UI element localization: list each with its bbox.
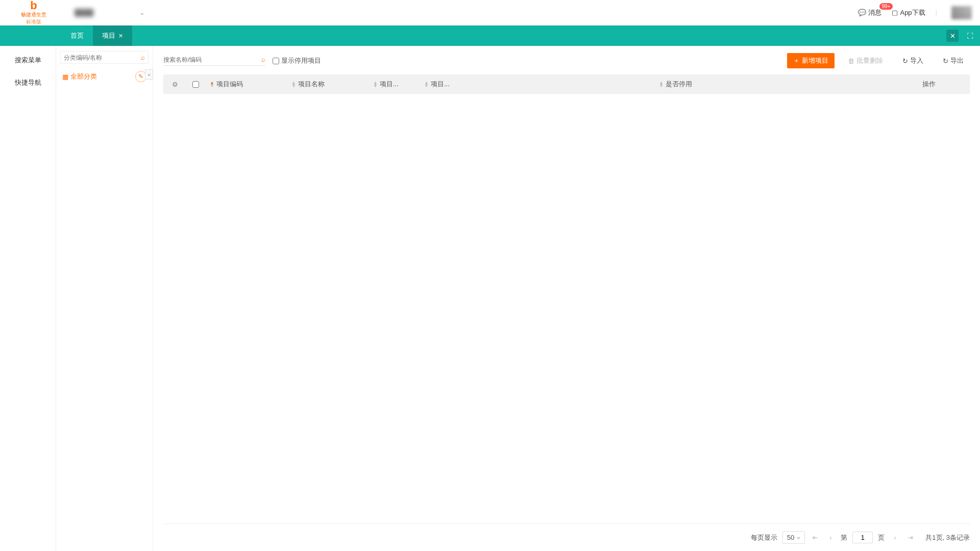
search-icon[interactable]: ⌕ bbox=[261, 56, 265, 63]
search-box[interactable]: ⌕ bbox=[163, 56, 265, 66]
category-root[interactable]: ▦ 全部分类 ✎ bbox=[60, 68, 149, 85]
project-table: ⚙ ▲▼项目编码 ▲▼项目名称 ▲▼项目... ▲▼项目... ▲▼是否停用 操… bbox=[163, 74, 970, 94]
show-disabled-input[interactable] bbox=[273, 58, 279, 64]
category-search-input[interactable] bbox=[64, 54, 141, 61]
messages-badge: 99+ bbox=[879, 3, 893, 10]
tab-project-label: 项目 bbox=[102, 31, 115, 40]
last-page-button[interactable]: ⇥ bbox=[905, 534, 915, 541]
category-root-label: 全部分类 bbox=[70, 72, 97, 81]
toolbar: ⌕ 显示停用项目 ＋ 新增项目 🗑 批量删除 ↻ 导入 ↻ 导出 bbox=[163, 53, 970, 68]
table-settings-button[interactable]: ⚙ bbox=[164, 81, 186, 88]
import-icon: ↻ bbox=[902, 57, 908, 65]
show-disabled-checkbox[interactable]: 显示停用项目 bbox=[273, 56, 321, 65]
tab-project[interactable]: 项目 ✕ bbox=[93, 26, 132, 46]
show-disabled-label: 显示停用项目 bbox=[281, 56, 321, 65]
close-all-tabs-button[interactable]: ✕ bbox=[946, 30, 959, 42]
batch-delete-button[interactable]: 🗑 批量删除 bbox=[842, 53, 889, 68]
select-all-checkbox[interactable] bbox=[192, 81, 199, 88]
close-icon: ✕ bbox=[950, 32, 955, 40]
batch-delete-label: 批量删除 bbox=[856, 56, 883, 65]
expand-icon: ⛶ bbox=[967, 32, 973, 40]
col-c2[interactable]: ▲▼项目... bbox=[419, 80, 654, 89]
header-divider: | bbox=[936, 9, 937, 16]
fullscreen-button[interactable]: ⛶ bbox=[964, 30, 976, 42]
import-label: 导入 bbox=[910, 56, 923, 65]
select-all-cell[interactable] bbox=[186, 81, 205, 88]
messages-link[interactable]: 💬 消息 99+ bbox=[858, 8, 881, 17]
table-header: ⚙ ▲▼项目编码 ▲▼项目名称 ▲▼项目... ▲▼项目... ▲▼是否停用 操… bbox=[164, 75, 969, 93]
export-icon: ↻ bbox=[943, 57, 948, 65]
page-summary: 共1页, 3条记录 bbox=[925, 533, 970, 542]
edit-icon: ✎ bbox=[138, 73, 143, 80]
brand-top: 畅捷通生意 bbox=[21, 11, 46, 18]
grid-icon: ▦ bbox=[62, 73, 68, 81]
first-page-button[interactable]: ⇤ bbox=[810, 534, 820, 541]
export-label: 导出 bbox=[950, 56, 964, 65]
import-button[interactable]: ↻ 导入 bbox=[896, 53, 929, 68]
messages-label: 消息 bbox=[868, 8, 881, 17]
category-tree-panel: ⌕ ▦ 全部分类 ✎ « bbox=[56, 46, 153, 551]
brand-sub: 标准版 bbox=[26, 18, 41, 26]
chevron-down-icon: ⌄ bbox=[139, 9, 145, 16]
trash-icon: 🗑 bbox=[848, 57, 854, 65]
next-page-button[interactable]: › bbox=[890, 534, 900, 541]
chat-icon: 💬 bbox=[858, 9, 866, 16]
category-search[interactable]: ⌕ bbox=[60, 51, 149, 64]
sidebar-item[interactable]: 快捷导航 bbox=[0, 71, 56, 94]
header-right: 💬 消息 99+ ▢ App下载 | bbox=[858, 6, 972, 19]
org-name-blurred: ████ bbox=[75, 9, 93, 16]
page-input[interactable] bbox=[852, 532, 873, 543]
col-name[interactable]: ▲▼项目名称 bbox=[286, 80, 368, 89]
tab-strip: 首页 项目 ✕ ✕ ⛶ bbox=[0, 26, 980, 46]
gear-icon: ⚙ bbox=[172, 81, 178, 88]
org-selector[interactable]: ████ ⌄ bbox=[75, 9, 145, 16]
col-code[interactable]: ▲▼项目编码 bbox=[205, 80, 286, 89]
phone-icon: ▢ bbox=[892, 9, 898, 16]
export-button[interactable]: ↻ 导出 bbox=[937, 53, 970, 68]
search-icon[interactable]: ⌕ bbox=[141, 54, 145, 61]
app-download-link[interactable]: ▢ App下载 bbox=[892, 8, 925, 17]
sidebar-nav: 搜索菜单快捷导航 bbox=[0, 46, 56, 551]
col-status[interactable]: ▲▼是否停用 bbox=[654, 80, 889, 89]
tab-home-label: 首页 bbox=[70, 31, 84, 40]
per-page-label: 每页显示 bbox=[751, 533, 777, 542]
logo-icon: b bbox=[30, 0, 37, 11]
main-content: ⌕ 显示停用项目 ＋ 新增项目 🗑 批量删除 ↻ 导入 ↻ 导出 bbox=[153, 46, 980, 551]
avatar[interactable] bbox=[951, 6, 972, 19]
app-download-label: App下载 bbox=[900, 8, 925, 17]
plus-icon: ＋ bbox=[793, 56, 800, 65]
brand-logo: b 畅捷通生意 标准版 bbox=[8, 1, 59, 25]
collapse-tree-button[interactable]: « bbox=[145, 69, 153, 80]
close-icon[interactable]: ✕ bbox=[118, 33, 123, 39]
prev-page-button[interactable]: ‹ bbox=[825, 534, 836, 541]
pager: 每页显示 50 ⇤ ‹ 第 页 › ⇥ 共1页, 3条记录 bbox=[163, 523, 970, 551]
top-header: b 畅捷通生意 标准版 ████ ⌄ 💬 消息 99+ ▢ App下载 | bbox=[0, 0, 980, 26]
search-input[interactable] bbox=[163, 56, 261, 63]
page-prefix: 第 bbox=[841, 533, 847, 542]
col-c1[interactable]: ▲▼项目... bbox=[368, 80, 419, 89]
per-page-select[interactable]: 50 bbox=[782, 531, 805, 544]
new-project-button[interactable]: ＋ 新增项目 bbox=[787, 53, 835, 68]
tab-home[interactable]: 首页 bbox=[61, 26, 93, 46]
sidebar-item[interactable]: 搜索菜单 bbox=[0, 49, 56, 71]
page-suffix: 页 bbox=[878, 533, 885, 542]
col-ops: 操作 bbox=[889, 80, 969, 89]
chevron-left-icon: « bbox=[148, 72, 151, 78]
new-project-label: 新增项目 bbox=[802, 56, 828, 65]
